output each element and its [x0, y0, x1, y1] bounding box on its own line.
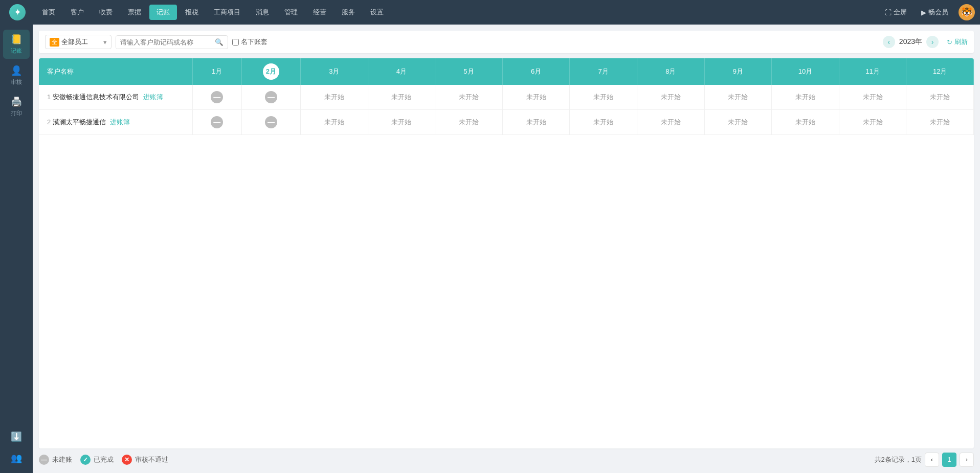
customer-name: 漠澜太平畅捷通信 — [53, 118, 106, 126]
download-icon: ⬇️ — [11, 431, 22, 442]
checkbox-my-accounts[interactable]: 名下账套 — [232, 37, 268, 47]
play-icon: ▶ — [921, 9, 926, 16]
col-mar: 3月 — [300, 58, 368, 85]
col-sep: 9月 — [704, 58, 772, 85]
col-apr: 4月 — [368, 58, 435, 85]
month-cell-7: 未开始 — [570, 85, 637, 110]
next-year-button[interactable]: › — [926, 36, 939, 48]
not-started-label: 未开始 — [795, 118, 815, 126]
legend-complete-label: 已完成 — [94, 455, 114, 464]
row-index: 2 — [47, 118, 51, 126]
page-1-button[interactable]: 1 — [942, 453, 956, 467]
month-cell-7: 未开始 — [570, 110, 637, 135]
sidebar-item-download[interactable]: ⬇️ — [3, 427, 30, 446]
month-cell-11: 未开始 — [839, 85, 906, 110]
sidebar-label-audit: 审核 — [11, 78, 22, 86]
not-started-label: 未开始 — [593, 118, 613, 126]
prev-page-button[interactable]: ‹ — [925, 453, 939, 467]
not-started-label: 未开始 — [661, 93, 681, 101]
sidebar-bottom: ⬇️ 👥 — [3, 427, 30, 468]
next-page-button[interactable]: › — [960, 453, 974, 467]
col-feb: 2月 — [241, 58, 300, 85]
month-cell-4: 未开始 — [368, 110, 435, 135]
search-wrap: 🔍 — [116, 35, 228, 49]
not-started-label: 未开始 — [324, 93, 344, 101]
month-cell-8: 未开始 — [637, 110, 704, 135]
checkbox-input[interactable] — [232, 39, 239, 46]
not-started-label: 未开始 — [728, 118, 748, 126]
nav-message[interactable]: 消息 — [249, 5, 276, 20]
month-cell-5: 未开始 — [435, 110, 503, 135]
users-icon: 👥 — [11, 453, 22, 464]
employee-select[interactable]: 全 全部员工 ▾ — [45, 35, 112, 49]
col-jan: 1月 — [192, 58, 241, 85]
col-may: 5月 — [435, 58, 503, 85]
nav-service[interactable]: 服务 — [335, 5, 362, 20]
nav-customer[interactable]: 客户 — [63, 5, 91, 20]
month-cell-12: 未开始 — [906, 110, 974, 135]
not-started-label: 未开始 — [930, 118, 950, 126]
status-bar: — 未建账 ✓ 已完成 ✕ 审核不通过 共2条记录，1页 ‹ 1 › — [39, 448, 974, 467]
nav-invoice[interactable]: 票据 — [121, 5, 148, 20]
print-icon: 🖨️ — [11, 96, 22, 107]
not-started-label: 未开始 — [661, 118, 681, 126]
customer-cell: 2漠澜太平畅捷通信进账簿 — [39, 110, 192, 135]
month-cell-3: 未开始 — [300, 110, 368, 135]
year-nav: ‹ 2023年 › — [883, 36, 939, 48]
nav-home[interactable]: 首页 — [35, 5, 62, 20]
status-circle-icon: — — [265, 91, 277, 103]
year-display: 2023年 — [899, 37, 922, 47]
not-started-label: 未开始 — [930, 93, 950, 101]
sidebar-item-bookkeeping[interactable]: 📒 记账 — [3, 30, 30, 59]
not-started-label: 未开始 — [526, 93, 546, 101]
nav-settings[interactable]: 设置 — [363, 5, 391, 20]
not-started-label: 未开始 — [593, 93, 613, 101]
sidebar-item-audit[interactable]: 👤 审核 — [3, 61, 30, 90]
top-nav: ✦ 首页 客户 收费 票据 记账 报税 工商项目 消息 管理 经营 服务 设置 … — [0, 0, 980, 25]
logo: ✦ — [5, 0, 30, 25]
month-cell-2: — — [241, 85, 300, 110]
status-circle-icon: — — [265, 116, 277, 128]
col-dec: 12月 — [906, 58, 974, 85]
main-table: 客户名称 1月 2月 3月 4月 5月 6月 7月 8月 9月 10月 11月 — [39, 58, 974, 135]
sidebar-label-bookkeeping: 记账 — [11, 47, 22, 55]
col-customer: 客户名称 — [39, 58, 192, 85]
month-cell-1: — — [192, 85, 241, 110]
nav-tax[interactable]: 报税 — [178, 5, 206, 20]
enter-ledger-link[interactable]: 进账簿 — [143, 93, 163, 101]
month-cell-10: 未开始 — [772, 85, 839, 110]
member-label: 畅会员 — [928, 8, 948, 17]
member-button[interactable]: ▶ 畅会员 — [917, 6, 952, 19]
not-started-label: 未开始 — [459, 93, 479, 101]
col-aug: 8月 — [637, 58, 704, 85]
sidebar-item-print[interactable]: 🖨️ 打印 — [3, 92, 30, 121]
nav-fee[interactable]: 收费 — [92, 5, 120, 20]
nav-operation[interactable]: 经营 — [306, 5, 333, 20]
month-cell-3: 未开始 — [300, 85, 368, 110]
fullscreen-button[interactable]: ⛶ 全屏 — [881, 6, 911, 19]
legend-failed-label: 审核不通过 — [135, 455, 168, 464]
nav-manage[interactable]: 管理 — [277, 5, 305, 20]
col-jun: 6月 — [502, 58, 570, 85]
enter-ledger-link[interactable]: 进账簿 — [110, 118, 130, 126]
table-row: 2漠澜太平畅捷通信进账簿——未开始未开始未开始未开始未开始未开始未开始未开始未开… — [39, 110, 974, 135]
legend-complete-icon: ✓ — [80, 455, 91, 465]
sidebar-item-users[interactable]: 👥 — [3, 448, 30, 468]
month-cell-1: — — [192, 110, 241, 135]
month-cell-9: 未开始 — [704, 85, 772, 110]
legend-complete: ✓ 已完成 — [80, 455, 114, 465]
month-cell-8: 未开始 — [637, 85, 704, 110]
avatar[interactable]: 🐯 — [959, 4, 975, 20]
search-button[interactable]: 🔍 — [211, 36, 228, 49]
total-label: 共2条记录，1页 — [875, 455, 922, 464]
nav-business[interactable]: 工商项目 — [207, 5, 248, 20]
prev-year-button[interactable]: ‹ — [883, 36, 895, 48]
refresh-button[interactable]: ↻ 刷新 — [947, 37, 968, 47]
search-input[interactable] — [116, 36, 211, 49]
fullscreen-label: 全屏 — [894, 8, 907, 17]
book-icon: 📒 — [11, 34, 22, 45]
month-cell-6: 未开始 — [502, 85, 570, 110]
col-oct: 10月 — [772, 58, 839, 85]
table-body: 1安徽畅捷通信息技术有限公司进账簿——未开始未开始未开始未开始未开始未开始未开始… — [39, 85, 974, 135]
nav-bookkeeping[interactable]: 记账 — [149, 5, 177, 20]
